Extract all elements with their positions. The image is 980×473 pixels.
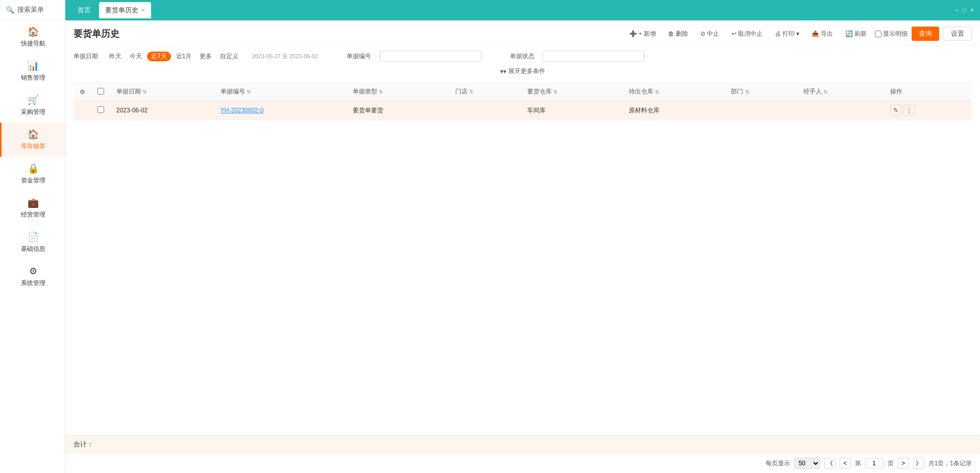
window-minimize[interactable]: −	[955, 7, 959, 14]
expand-more-row: ▾▾ 展开更多条件	[74, 65, 972, 78]
delete-button[interactable]: 🗑 删除	[664, 28, 692, 40]
row-doc-type: 要货单要货	[347, 101, 449, 121]
window-maximize[interactable]: □	[963, 7, 966, 14]
filter-area: 单据日期 昨天 今天 近7天 近1月 更多 自定义 2023-05-27 至 2…	[65, 45, 980, 83]
date-btn-today[interactable]: 今天	[127, 52, 145, 61]
cancel-stop-button[interactable]: ↩ 取消中止	[727, 28, 767, 40]
sidebar-item-label: 销售管理	[21, 74, 45, 82]
sidebar-item-quick-nav[interactable]: 🏠 快捷导航	[0, 20, 65, 54]
settings-button[interactable]: 设置	[943, 27, 972, 41]
row-checkbox[interactable]	[97, 106, 104, 113]
page-title: 要货单历史	[74, 28, 119, 40]
basic-info-icon: 📄	[28, 231, 39, 243]
row-dept	[725, 101, 797, 121]
print-button[interactable]: 🖨 打印 ▾	[771, 28, 803, 40]
select-all-checkbox[interactable]	[97, 88, 104, 94]
sidebar-item-label: 资金管理	[21, 176, 45, 185]
op-edit-btn[interactable]: ✎	[890, 105, 901, 116]
cancel-stop-icon: ↩	[731, 30, 737, 37]
last-page-btn[interactable]: 》	[913, 458, 924, 469]
date-btn-custom[interactable]: 自定义	[217, 52, 241, 61]
row-ops: ✎ ⋮	[884, 101, 972, 121]
doc-no-input[interactable]	[379, 51, 481, 62]
tab-close-icon[interactable]: ×	[141, 7, 145, 14]
export-button[interactable]: 📤 导出	[807, 28, 837, 40]
delete-icon: 🗑	[668, 30, 674, 37]
table-row: 2023-06-02 YH-20230602-0 要货单要货 车间库 原材料仓库…	[74, 101, 972, 121]
first-page-btn[interactable]: 《	[824, 458, 836, 469]
window-close[interactable]: ×	[970, 7, 974, 14]
row-date: 2023-06-02	[110, 101, 214, 121]
topbar: 首页 要货单历史 × − □ ×	[65, 0, 980, 20]
col-settings: ⚙	[74, 83, 91, 101]
sort-req-wh-icon[interactable]: ⇅	[553, 89, 557, 94]
sidebar-item-sales[interactable]: 📊 销售管理	[0, 54, 65, 88]
sort-pending-wh-icon[interactable]: ⇅	[655, 89, 659, 94]
date-btn-more[interactable]: 更多	[197, 52, 215, 61]
inventory-icon: 🏠	[28, 129, 39, 140]
sort-store-icon[interactable]: ⇅	[469, 89, 473, 94]
sort-doctype-icon[interactable]: ⇅	[379, 89, 383, 94]
sidebar-item-label: 基础信息	[21, 245, 45, 253]
settings-icon[interactable]: ⚙	[80, 88, 85, 96]
sales-icon: 📊	[28, 60, 39, 72]
status-select[interactable]	[543, 51, 645, 62]
table-header: ⚙ 单据日期 ⇅ 单据编号 ⇅	[74, 83, 972, 101]
date-btn-1month[interactable]: 近1月	[173, 52, 195, 61]
table-body: 2023-06-02 YH-20230602-0 要货单要货 车间库 原材料仓库…	[74, 101, 972, 121]
doc-no-label: 单据编号	[347, 52, 371, 61]
prev-page-btn[interactable]: <	[840, 458, 851, 469]
tab-home[interactable]: 首页	[71, 2, 97, 18]
sidebar-item-finance[interactable]: 🔒 资金管理	[0, 157, 65, 191]
row-pending-warehouse: 原材料仓库	[623, 101, 725, 121]
per-page-label: 每页显示	[766, 459, 790, 468]
col-ops: 操作	[884, 83, 972, 101]
query-button[interactable]: 查询	[912, 27, 939, 41]
row-settings	[74, 101, 91, 121]
sidebar-item-system[interactable]: ⚙ 系统管理	[0, 259, 65, 294]
per-page-select[interactable]: 10 50 100	[794, 458, 820, 469]
display-detail-checkbox[interactable]	[875, 31, 881, 37]
refresh-button[interactable]: 🔄 刷新	[841, 28, 871, 40]
sort-docno-icon[interactable]: ⇅	[247, 89, 251, 94]
sort-dept-icon[interactable]: ⇅	[745, 89, 749, 94]
row-doc-no: YH-20230602-0	[214, 101, 347, 121]
sidebar-item-operation[interactable]: 💼 经营管理	[0, 191, 65, 225]
col-handler: 经手人 ⇅	[797, 83, 884, 101]
col-req-warehouse: 要货仓库 ⇅	[521, 83, 623, 101]
date-btn-7days[interactable]: 近7天	[147, 52, 171, 61]
date-btn-yesterday[interactable]: 昨天	[106, 52, 125, 61]
search-menu[interactable]: 🔍 搜索菜单	[0, 0, 65, 20]
sidebar-item-label: 经营管理	[21, 210, 45, 219]
export-icon: 📤	[812, 30, 819, 37]
sidebar-item-label: 库存核算	[21, 142, 45, 151]
print-dropdown-icon: ▾	[796, 30, 799, 37]
system-icon: ⚙	[29, 266, 37, 277]
col-pending-warehouse: 待出仓库 ⇅	[623, 83, 725, 101]
new-button[interactable]: ➕ + 新增	[625, 28, 660, 40]
op-more-btn[interactable]: ⋮	[903, 105, 915, 116]
sidebar-item-purchase[interactable]: 🛒 采购管理	[0, 88, 65, 123]
sidebar-item-inventory[interactable]: 🏠 库存核算	[0, 123, 65, 157]
expand-chevron-icon: ▾▾	[500, 68, 506, 75]
expand-more-btn[interactable]: ▾▾ 展开更多条件	[498, 65, 547, 78]
new-icon: ➕	[629, 30, 637, 37]
header-row: ⚙ 单据日期 ⇅ 单据编号 ⇅	[74, 83, 972, 101]
col-doc-type: 单据类型 ⇅	[347, 83, 449, 101]
sidebar-item-label: 快捷导航	[21, 39, 45, 48]
page-number-input[interactable]	[865, 458, 884, 468]
sort-handler-icon[interactable]: ⇅	[823, 89, 827, 94]
tab-active[interactable]: 要货单历史 ×	[99, 2, 151, 18]
sidebar-item-label: 系统管理	[21, 279, 45, 288]
topbar-right: − □ ×	[955, 7, 974, 14]
refresh-icon: 🔄	[845, 30, 853, 37]
next-page-btn[interactable]: >	[898, 458, 909, 469]
purchase-icon: 🛒	[28, 94, 39, 106]
sidebar-item-basic-info[interactable]: 📄 基础信息	[0, 225, 65, 259]
col-dept: 部门 ⇅	[725, 83, 797, 101]
col-doc-no: 单据编号 ⇅	[214, 83, 347, 101]
main-content: 首页 要货单历史 × − □ × 要货单历史 ➕ + 新增 🗑 删除	[65, 0, 980, 473]
display-detail-toggle[interactable]: 显示明细	[875, 30, 908, 38]
sort-date-icon[interactable]: ⇅	[142, 89, 146, 94]
stop-button[interactable]: ⊘ 中止	[696, 28, 723, 40]
